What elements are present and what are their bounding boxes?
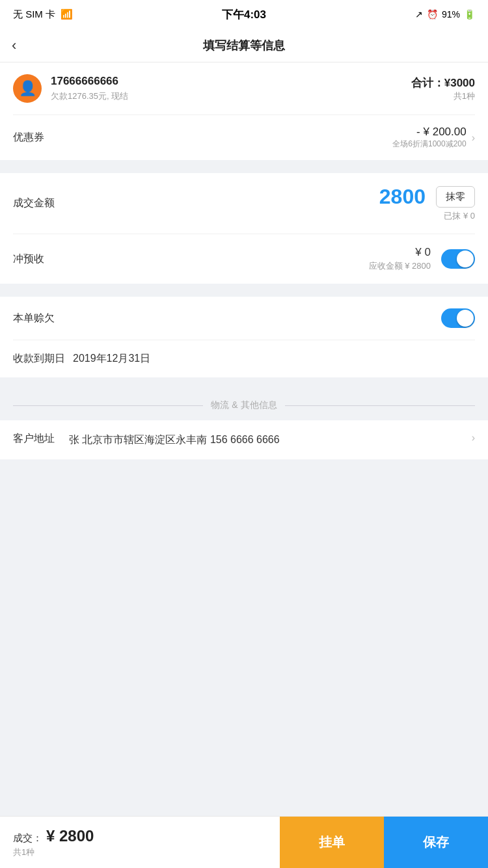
deal-amount-row: 成交金额 2800 抹零 已抹 ¥ 0: [0, 173, 488, 234]
gap-3: [0, 384, 488, 390]
customer-section: 👤 17666666666 欠款1276.35元, 现结 合计：¥3000 共1…: [0, 62, 488, 160]
prepay-right: ¥ 0 应收金额 ¥ 2800: [369, 246, 475, 272]
coupon-chevron-icon: ›: [472, 132, 475, 144]
page-title: 填写结算等信息: [203, 38, 285, 53]
address-label: 客户地址: [13, 432, 59, 446]
already-zeroed-text: 已抹 ¥ 0: [444, 210, 475, 222]
address-chevron-icon: ›: [472, 432, 475, 444]
customer-info: 17666666666 欠款1276.35元, 现结: [51, 75, 128, 102]
wifi-icon: 📶: [61, 8, 73, 20]
customer-left: 👤 17666666666 欠款1276.35元, 现结: [13, 74, 128, 103]
nav-bar: ‹ 填写结算等信息: [0, 29, 488, 62]
due-date-label: 收款到期日: [13, 352, 65, 366]
gap-2: [0, 290, 488, 297]
prepay-sub-text: 应收金额 ¥ 2800: [369, 260, 431, 272]
debt-order-label: 本单赊欠: [13, 312, 65, 325]
status-bar: 无 SIM 卡 📶 下午4:03 ↗ ⏰ 91% 🔋: [0, 0, 488, 29]
location-icon: ↗: [415, 9, 423, 20]
status-left: 无 SIM 卡 📶: [13, 8, 73, 21]
sep-line-right: [285, 405, 475, 406]
sep-line-left: [13, 405, 203, 406]
round-zero-button[interactable]: 抹零: [436, 186, 475, 208]
debt-order-toggle[interactable]: [441, 308, 475, 328]
save-button[interactable]: 保存: [384, 817, 488, 869]
logistics-sep-text: 物流 & 其他信息: [211, 400, 277, 411]
gap-1: [0, 167, 488, 173]
total-amount: 合计：¥3000: [411, 75, 475, 90]
coupon-desc: 全场6折满1000减200: [392, 139, 466, 150]
debt-order-section: 本单赊欠 收款到期日 2019年12月31日: [0, 297, 488, 377]
coupon-row[interactable]: 优惠券 - ¥ 200.00 全场6折满1000减200 ›: [0, 115, 488, 160]
status-right: ↗ ⏰ 91% 🔋: [415, 9, 475, 20]
avatar: 👤: [13, 74, 42, 103]
deal-amount-right: 2800 抹零 已抹 ¥ 0: [379, 185, 475, 222]
back-button[interactable]: ‹: [12, 37, 16, 54]
prepay-row: 冲预收 ¥ 0 应收金额 ¥ 2800: [0, 234, 488, 284]
status-time: 下午4:03: [222, 7, 266, 22]
deal-amount-value: 2800: [379, 185, 426, 209]
deal-amount-section: 成交金额 2800 抹零 已抹 ¥ 0 冲预收 ¥ 0 应收金额 ¥ 2800: [0, 173, 488, 284]
prepay-amount: ¥ 0: [415, 246, 431, 259]
address-row[interactable]: 客户地址 张 北京市市辖区海淀区永丰南 156 6666 6666 ›: [0, 420, 488, 459]
avatar-icon: 👤: [19, 80, 36, 97]
coupon-label: 优惠券: [13, 131, 44, 144]
customer-phone: 17666666666: [51, 75, 128, 88]
address-value: 张 北京市市辖区海淀区永丰南 156 6666 6666: [69, 432, 461, 448]
customer-sub-text: 欠款1276.35元, 现结: [51, 90, 128, 102]
bottom-bar: 成交： ¥ 2800 共1种 挂单 保存: [0, 816, 488, 868]
hang-order-button[interactable]: 挂单: [280, 817, 384, 869]
battery-text: 91%: [442, 9, 460, 20]
prepay-label: 冲预收: [13, 252, 65, 266]
debt-order-row: 本单赊欠: [0, 297, 488, 340]
total-count: 共1种: [411, 90, 475, 102]
battery-icon: 🔋: [464, 9, 475, 20]
coupon-amount: - ¥ 200.00: [392, 126, 466, 139]
due-date-row: 收款到期日 2019年12月31日: [0, 340, 488, 377]
bottom-deal-label: 成交：: [13, 832, 42, 845]
logistics-separator: 物流 & 其他信息: [0, 390, 488, 420]
coupon-info: - ¥ 200.00 全场6折满1000减200: [392, 126, 466, 150]
coupon-right: - ¥ 200.00 全场6折满1000减200 ›: [392, 126, 475, 150]
customer-right: 合计：¥3000 共1种: [411, 75, 475, 102]
bottom-deal: 成交： ¥ 2800: [13, 827, 267, 845]
customer-row: 👤 17666666666 欠款1276.35元, 现结 合计：¥3000 共1…: [0, 62, 488, 115]
prepay-toggle[interactable]: [441, 249, 475, 269]
due-date-value: 2019年12月31日: [73, 352, 150, 366]
alarm-icon: ⏰: [427, 9, 438, 20]
bottom-count: 共1种: [13, 847, 267, 858]
bottom-summary: 成交： ¥ 2800 共1种: [0, 827, 280, 858]
no-sim-text: 无 SIM 卡: [13, 8, 55, 21]
bottom-spacer: [0, 459, 488, 576]
bottom-deal-amount: ¥ 2800: [46, 827, 94, 845]
deal-amount-label: 成交金额: [13, 197, 65, 210]
prepay-amounts: ¥ 0 应收金额 ¥ 2800: [369, 246, 431, 272]
